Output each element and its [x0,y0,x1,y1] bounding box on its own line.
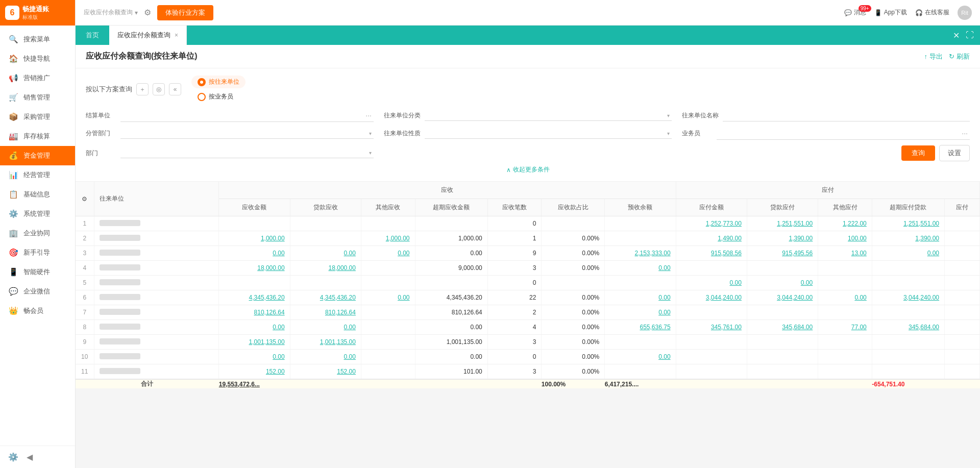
sidebar-item-marketing[interactable]: 📢 营销推广 [0,68,75,88]
table-cell[interactable]: 1,222.00 [818,216,872,231]
table-cell[interactable] [361,364,415,380]
table-cell[interactable] [747,305,818,320]
table-cell[interactable] [361,320,415,335]
table-cell[interactable] [747,364,818,380]
filter-add-button[interactable]: ＋ [136,83,149,95]
table-cell[interactable]: 0.00 [290,246,361,261]
table-cell[interactable] [605,335,676,350]
table-cell[interactable]: 3,044,240.00 [676,290,747,305]
table-cell[interactable] [605,216,676,231]
table-cell[interactable]: 345,761.00 [676,320,747,335]
department-select[interactable]: ▾ [120,148,374,158]
table-cell[interactable]: 0.00 [676,276,747,290]
table-cell[interactable]: 18,000.00 [219,261,290,276]
table-cell[interactable]: 100.00 [818,231,872,246]
table-cell[interactable]: 915,508.56 [676,246,747,261]
sidebar-item-hardware[interactable]: 📱 智能硬件 [0,262,75,282]
table-cell[interactable]: 0.00 [747,276,818,290]
table-cell[interactable] [676,305,747,320]
table-cell[interactable] [818,305,872,320]
table-cell[interactable]: 0.00 [818,290,872,305]
sidebar-item-purchase[interactable]: 📦 采购管理 [0,107,75,127]
table-cell[interactable] [818,350,872,364]
table-cell[interactable]: 915,495.56 [747,246,818,261]
table-cell[interactable]: 0.00 [290,320,361,335]
table-cell[interactable]: 0.00 [605,261,676,276]
table-cell[interactable] [747,335,818,350]
table-cell[interactable]: 1,251,551.00 [872,216,944,231]
refresh-button[interactable]: ↻ 刷新 [949,52,970,61]
salesperson-input[interactable]: ··· [717,127,970,140]
table-cell[interactable] [872,335,944,350]
sidebar-item-member[interactable]: 👑 畅会员 [0,301,75,321]
table-cell[interactable]: 345,684.00 [872,320,944,335]
sidebar-item-search[interactable]: 🔍 搜索菜单 [0,30,75,49]
table-cell[interactable]: 0.00 [219,246,290,261]
table-cell[interactable]: 1,001,135.00 [219,335,290,350]
table-cell[interactable]: 3,044,240.00 [747,290,818,305]
table-cell[interactable]: 655,636.75 [605,320,676,335]
table-cell[interactable]: 0.00 [290,350,361,364]
sidebar-item-guide[interactable]: 🎯 新手引导 [0,243,75,262]
table-cell[interactable]: 77.00 [818,320,872,335]
table-cell[interactable] [872,305,944,320]
table-cell[interactable]: 1,001,135.00 [290,335,361,350]
table-cell[interactable]: 13.00 [818,246,872,261]
table-cell[interactable] [219,216,290,231]
footer-settings-icon[interactable]: ⚙️ [8,452,18,462]
filter-back-button[interactable]: « [169,83,181,95]
table-cell[interactable]: 4,345,436.20 [219,290,290,305]
table-cell[interactable] [361,216,415,231]
table-cell[interactable] [676,364,747,380]
tabbar-expand-icon[interactable]: ⛶ [966,31,974,40]
table-cell[interactable]: 4,345,436.20 [290,290,361,305]
table-cell[interactable]: 0.00 [872,246,944,261]
table-cell[interactable]: 0.00 [361,246,415,261]
tab-home[interactable]: 首页 [76,26,109,45]
table-cell[interactable]: 0.00 [219,350,290,364]
table-cell[interactable]: 1,390.00 [872,231,944,246]
table-cell[interactable] [676,335,747,350]
partner-name-input[interactable] [723,110,970,121]
table-cell[interactable] [747,350,818,364]
sidebar-item-inventory[interactable]: 🏭 库存核算 [0,127,75,146]
table-cell[interactable]: 152.00 [290,364,361,380]
table-cell[interactable] [818,276,872,290]
sidebar-item-shortcut[interactable]: 🏠 快捷导航 [0,49,75,68]
footer-collapse-icon[interactable]: ◀ [27,452,33,462]
sidebar-item-finance[interactable]: 💰 资金管理 [0,146,75,165]
table-cell[interactable] [361,350,415,364]
table-cell[interactable] [818,364,872,380]
tab-active[interactable]: 应收应付余额查询 × [109,26,187,45]
table-cell[interactable]: 1,390.00 [747,231,818,246]
table-cell[interactable] [605,276,676,290]
sidebar-item-sales[interactable]: 🛒 销售管理 [0,88,75,107]
gear-button[interactable]: ⚙ [144,8,151,17]
table-cell[interactable] [290,231,361,246]
table-cell[interactable]: 0.00 [219,320,290,335]
service-button[interactable]: 🎧 在线客服 [915,8,949,17]
sidebar-item-basic[interactable]: 📋 基础信息 [0,185,75,204]
table-cell[interactable]: 1,000.00 [219,231,290,246]
table-cell[interactable] [872,261,944,276]
query-button[interactable]: 查询 [901,145,935,161]
sidebar-item-system[interactable]: ⚙️ 系统管理 [0,204,75,224]
tabbar-close-icon[interactable]: ✕ [953,31,960,40]
table-cell[interactable] [605,231,676,246]
settings-button[interactable]: 设置 [939,145,970,161]
table-cell[interactable]: 810,126.64 [219,305,290,320]
table-cell[interactable] [818,335,872,350]
table-cell[interactable]: 0.00 [605,290,676,305]
table-cell[interactable]: 1,251,551.00 [747,216,818,231]
table-cell[interactable] [361,261,415,276]
table-cell[interactable] [361,335,415,350]
table-cell[interactable] [872,276,944,290]
highlight-button[interactable]: 体验行业方案 [157,5,213,20]
table-cell[interactable] [818,261,872,276]
category-select[interactable]: ▾ [425,111,672,121]
filter-collapse-button[interactable]: ∧ 收起更多条件 [506,165,550,174]
table-cell[interactable]: 0.00 [605,305,676,320]
table-cell[interactable]: 810,126.64 [290,305,361,320]
table-cell[interactable]: 1,490.00 [676,231,747,246]
settlement-input[interactable]: ··· [120,109,374,122]
